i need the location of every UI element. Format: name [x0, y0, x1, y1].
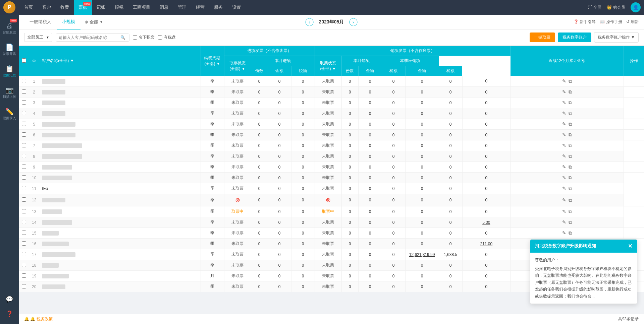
edit-icon[interactable]: ✎ [562, 100, 566, 105]
row-checkbox[interactable] [22, 122, 26, 126]
select-all-checkbox[interactable] [22, 58, 26, 63]
row-checkbox[interactable] [22, 220, 26, 224]
edit-icon[interactable]: ✎ [562, 121, 566, 127]
nav-item-ticket[interactable]: 票据 new [74, 0, 92, 15]
edit-icon[interactable]: ✎ [562, 78, 566, 84]
row-checkbox[interactable] [22, 273, 26, 278]
copy-icon[interactable]: ⧉ [569, 111, 572, 116]
edit-icon[interactable]: ✎ [562, 111, 566, 116]
copy-icon[interactable]: ⧉ [569, 186, 572, 191]
edit-icon[interactable]: ✎ [562, 143, 566, 148]
copy-icon[interactable]: ⧉ [569, 143, 572, 148]
employee-select[interactable]: 全部员工 ▼ [24, 33, 52, 42]
digital-account-ops-btn[interactable]: 税务数字账户操作 ▼ [594, 32, 639, 43]
prev-month-btn[interactable]: ‹ [306, 18, 314, 26]
help-icon[interactable]: ❓ [3, 308, 15, 320]
search-input[interactable] [59, 35, 119, 40]
copy-icon[interactable]: ⧉ [569, 153, 572, 159]
nav-item-bookkeep[interactable]: 记账 [92, 0, 110, 15]
fullscreen-btn[interactable]: ⛶ 全屏 [588, 5, 601, 10]
sidebar-item-smart-ticket[interactable]: 🖨 智能取票 new [0, 17, 19, 39]
row-checkbox[interactable] [22, 165, 26, 169]
nav-item-home[interactable]: 首页 [19, 0, 38, 15]
out-count-cell: 0 [341, 98, 358, 108]
nav-item-manage[interactable]: 管理 [173, 0, 191, 15]
edit-icon[interactable]: ✎ [562, 219, 566, 225]
in-amount-cell: 0 [268, 108, 291, 119]
customer-name-cell: ██████████ [39, 76, 201, 87]
new-guide-btn[interactable]: ❓ 新手引导 [574, 19, 596, 25]
refresh-btn[interactable]: ↺ 刷新 [626, 19, 639, 25]
nav-item-service[interactable]: 服务 [209, 0, 227, 15]
edit-icon[interactable]: ✎ [562, 175, 566, 180]
row-checkbox[interactable] [22, 100, 26, 105]
copy-icon[interactable]: ⧉ [569, 219, 572, 225]
sidebar-item-invoice-entry[interactable]: ✏️ 票据录入 [0, 103, 19, 125]
copy-icon[interactable]: ⧉ [569, 209, 572, 214]
nav-item-operation[interactable]: 经营 [191, 0, 209, 15]
nav-item-settings[interactable]: 设置 [227, 0, 246, 15]
copy-icon[interactable]: ⧉ [569, 164, 572, 170]
sidebar-item-invoice-summary[interactable]: 📋 票据汇总 [0, 60, 19, 82]
row-checkbox[interactable] [22, 197, 26, 202]
sidebar-item-scan-upload[interactable]: 📷 扫描上传 [0, 82, 19, 103]
nav-item-customer[interactable]: 客户 [38, 0, 56, 15]
operation-manual-btn[interactable]: 📖 操作手册 [600, 19, 622, 25]
tax-checkbox[interactable] [158, 35, 162, 40]
edit-icon[interactable]: ✎ [562, 186, 566, 191]
next-month-btn[interactable]: › [349, 18, 357, 26]
edit-icon[interactable]: ✎ [562, 197, 566, 203]
copy-icon[interactable]: ⧉ [569, 121, 572, 127]
copy-icon[interactable]: ⧉ [569, 132, 572, 137]
row-checkbox[interactable] [22, 175, 26, 180]
copy-icon[interactable]: ⧉ [569, 89, 572, 94]
row-checkbox-cell [19, 173, 29, 183]
row-checkbox[interactable] [22, 154, 26, 158]
tax-policy-link[interactable]: 🔔 🔔 税务政策 [24, 316, 53, 322]
nav-item-fee[interactable]: 收费 [56, 0, 74, 15]
tab-small-scale[interactable]: 小规模 [57, 15, 80, 29]
tax-checkbox-label[interactable]: 有税盘 [158, 35, 176, 40]
copy-icon[interactable]: ⧉ [569, 100, 572, 105]
search-icon[interactable]: 🔍 [120, 35, 125, 40]
row-checkbox[interactable] [22, 79, 26, 83]
edit-icon[interactable]: ✎ [562, 89, 566, 94]
row-checkbox[interactable] [22, 143, 26, 147]
accounts-checkbox-label[interactable]: 名下帐套 [133, 35, 155, 40]
nav-item-business[interactable]: 工商项目 [128, 0, 155, 15]
copy-icon[interactable]: ⧉ [569, 197, 572, 203]
chat-icon[interactable]: 💬 [3, 293, 15, 305]
copy-icon[interactable]: ⧉ [569, 78, 572, 84]
digital-account-btn[interactable]: 税务数字账户 [558, 33, 591, 42]
row-checkbox[interactable] [22, 132, 26, 137]
row-checkbox[interactable] [22, 284, 26, 288]
edit-icon[interactable]: ✎ [562, 230, 566, 236]
row-checkbox[interactable] [22, 111, 26, 115]
sidebar-item-invoice-open[interactable]: 📄 发票开具 [0, 39, 19, 60]
nav-item-message[interactable]: 消息 [155, 0, 173, 15]
copy-icon[interactable]: ⧉ [569, 230, 572, 236]
row-checkbox[interactable] [22, 186, 26, 190]
copy-icon[interactable]: ⧉ [569, 175, 572, 180]
row-checkbox-cell [19, 76, 29, 87]
avatar[interactable]: 👤 [631, 2, 641, 12]
q-tax-cell: 0 [439, 217, 462, 228]
status-unget-badge: 未取票 [322, 241, 334, 246]
nav-item-tax[interactable]: 报税 [110, 0, 128, 15]
row-checkbox[interactable] [22, 241, 26, 246]
tab-all-type[interactable]: ⊕ 全能 ▼ [80, 15, 107, 29]
notification-close-icon[interactable]: ✕ [628, 243, 632, 249]
row-checkbox[interactable] [22, 252, 26, 256]
edit-icon[interactable]: ✎ [562, 153, 566, 159]
row-checkbox[interactable] [22, 209, 26, 213]
one-click-invoice-btn[interactable]: 一键取票 [530, 33, 555, 42]
row-checkbox[interactable] [22, 263, 26, 267]
tab-general-taxpayer[interactable]: 一般纳税人 [24, 15, 57, 29]
edit-icon[interactable]: ✎ [562, 132, 566, 137]
edit-icon[interactable]: ✎ [562, 164, 566, 170]
accounts-checkbox[interactable] [133, 35, 137, 40]
row-checkbox[interactable] [22, 231, 26, 235]
row-checkbox[interactable] [22, 89, 26, 94]
edit-icon[interactable]: ✎ [562, 209, 566, 214]
member-btn[interactable]: 👑 购会员 [607, 5, 625, 10]
